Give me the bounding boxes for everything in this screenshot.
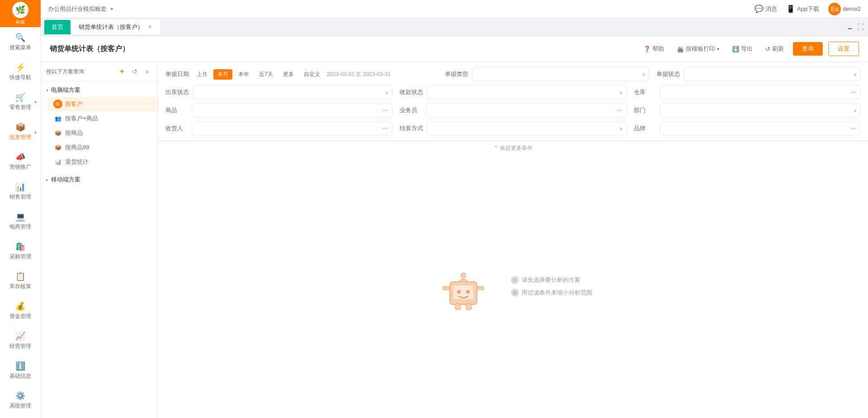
collapse-panel-btn[interactable]: « <box>142 66 152 76</box>
query-button[interactable]: 查询 <box>793 42 823 56</box>
sidebar-item-ecommerce[interactable]: 💻 电商管理 <box>0 206 40 236</box>
product-select[interactable]: ··· <box>192 104 392 117</box>
department-select[interactable]: ∨ <box>660 104 861 117</box>
warehouse-more-icon[interactable]: ··· <box>851 88 857 96</box>
tab-home[interactable]: 首页 <box>44 20 71 34</box>
message-label: 消息 <box>765 5 777 13</box>
sidebar-item-system[interactable]: ⚙️ 系统管理 <box>0 385 40 415</box>
sidebar-item-marketing[interactable]: 📣 营销推广 <box>0 147 40 176</box>
settings-button[interactable]: 设置 <box>828 42 859 56</box>
refresh-btn[interactable]: ↺ 刷新 <box>762 43 788 55</box>
order-status-select[interactable]: ∨ <box>684 67 861 81</box>
empty-state: ① 请先选择要分析的方案 ② 用过滤条件来缩小分析范围 <box>434 257 592 316</box>
receiver-label: 收货人 <box>165 124 188 133</box>
basic-info-icon: ℹ️ <box>15 361 25 371</box>
settlement-select[interactable]: ∨ <box>427 122 627 135</box>
tree-child-by-customer-product[interactable]: 👥 按客户+商品 <box>48 111 158 126</box>
tree-child-return-stats[interactable]: 📊 退货统计 <box>48 155 158 169</box>
sidebar-item-inventory[interactable]: 📋 库存核算 <box>0 266 40 296</box>
date-tab-last7days[interactable]: 近7天 <box>255 69 277 80</box>
retail-icon: 🛒 <box>15 92 25 102</box>
sidebar-item-purchase[interactable]: 🛍️ 采购管理 <box>0 236 40 266</box>
left-panel: 按以下方案查询 + ↺ « ▾ 电脑端方案 <box>41 62 158 418</box>
tab-sales-report[interactable]: 销货单统计表（按客户） ✕ <box>71 20 160 34</box>
product-more-icon[interactable]: ··· <box>382 106 388 114</box>
sidebar-item-sales[interactable]: 📊 销售管理 <box>0 176 40 206</box>
collapse-icon: ⌃ <box>494 145 498 151</box>
left-panel-header: 按以下方案查询 + ↺ « <box>41 62 158 81</box>
purchase-icon: 🛍️ <box>15 242 25 252</box>
print-dropdown-icon: ▾ <box>717 47 719 52</box>
tree-child-by-product99[interactable]: 📦 按商品99 <box>48 140 158 155</box>
order-type-select[interactable]: ∨ <box>472 67 649 81</box>
avatar: Ea <box>828 3 841 15</box>
child-by-product99-label: 按商品99 <box>65 143 89 152</box>
svg-rect-5 <box>477 286 484 290</box>
date-tab-last-month[interactable]: 上月 <box>193 69 212 80</box>
date-tab-this-year[interactable]: 本年 <box>234 69 253 80</box>
sidebar-item-quicknav[interactable]: ⚡ 快捷导航 <box>0 57 40 87</box>
filter-product: 商品 ··· <box>165 104 392 117</box>
tree-arrow-desktop: ▾ <box>46 88 48 93</box>
tab-minimize-icon[interactable]: 🗕 <box>846 23 854 31</box>
sidebar: 🌿 标服 🔍 搜索菜单 ⚡ 快捷导航 🛒 零售管理 ▾ 📦 批发管理 ▴ 📣 营… <box>0 0 41 418</box>
tree-node-desktop[interactable]: ▾ 电脑端方案 <box>41 83 158 97</box>
print-btn[interactable]: 🖨️ 按模板打印 ▾ <box>673 43 723 55</box>
filter-out-status: 出库状态 ∨ <box>165 86 392 99</box>
sales-icon: 📊 <box>15 182 25 192</box>
child-by-product-label: 按商品 <box>65 129 83 137</box>
receiver-more-icon[interactable]: ··· <box>382 124 388 133</box>
tab-maximize-icon[interactable]: ⛶ <box>857 23 864 31</box>
sidebar-item-search[interactable]: 🔍 搜索菜单 <box>0 27 40 57</box>
filter-row-3: 商品 ··· 业务员 ··· <box>165 104 861 117</box>
empty-hints: ① 请先选择要分析的方案 ② 用过滤条件来缩小分析范围 <box>511 276 592 297</box>
out-status-select[interactable]: ∨ <box>193 86 392 99</box>
export-btn[interactable]: ⬇️ 导出 <box>728 43 756 55</box>
sidebar-item-retail[interactable]: 🛒 零售管理 ▾ <box>0 87 40 117</box>
svg-point-2 <box>457 290 461 294</box>
date-tab-custom[interactable]: 自定义 <box>300 69 324 80</box>
salesperson-more-icon[interactable]: ··· <box>617 106 623 114</box>
page-title: 销货单统计表（按客户） <box>50 44 129 54</box>
logo[interactable]: 🌿 标服 <box>0 0 41 27</box>
tab-close-icon[interactable]: ✕ <box>146 24 153 31</box>
tree-child-by-customer[interactable]: 按 按客户 <box>48 97 158 111</box>
filter-brand: 品牌 ··· <box>634 122 861 135</box>
tree-node-mobile[interactable]: ▸ 移动端方案 <box>41 173 158 186</box>
sidebar-item-collab[interactable]: 🤝 企业协同 <box>0 415 40 418</box>
message-btn[interactable]: 💬 消息 <box>755 5 777 13</box>
receiver-select[interactable]: ··· <box>192 122 392 135</box>
date-tab-this-month[interactable]: 本月 <box>213 69 232 80</box>
user-area[interactable]: Ea demo2 <box>828 3 861 15</box>
filter-row-4: 收货人 ··· 结算方式 ∨ <box>165 122 861 135</box>
topbar-right: 💬 消息 📱 App下载 Ea demo2 <box>755 3 861 15</box>
add-scheme-btn[interactable]: + <box>117 66 127 76</box>
sidebar-item-operations[interactable]: 📈 经营管理 <box>0 326 40 356</box>
help-btn[interactable]: ❓ 帮助 <box>640 43 668 55</box>
salesperson-select[interactable]: ··· <box>426 104 627 117</box>
sidebar-item-finance[interactable]: 💰 资金管理 <box>0 296 40 326</box>
order-type-dropdown-icon: ∨ <box>642 72 645 77</box>
brand-select[interactable]: ··· <box>660 122 861 135</box>
industry-dropdown-icon[interactable]: ▾ <box>110 5 113 12</box>
collapse-bar[interactable]: ⌃ 收起更多条件 <box>158 141 868 155</box>
sidebar-item-basic-info[interactable]: ℹ️ 基础信息 <box>0 356 40 385</box>
receipt-status-select[interactable]: ∨ <box>427 86 627 99</box>
date-tab-more[interactable]: 更多 <box>279 69 298 80</box>
settlement-dropdown-icon: ∨ <box>619 126 623 131</box>
brand-more-icon[interactable]: ··· <box>851 124 857 133</box>
sidebar-item-wholesale[interactable]: 📦 批发管理 ▴ <box>0 117 40 147</box>
filter-warehouse: 仓库 ··· <box>634 86 861 99</box>
return-stats-scheme-icon: 📊 <box>53 157 62 166</box>
search-icon: 🔍 <box>15 33 25 43</box>
filter-salesperson: 业务员 ··· <box>400 104 627 117</box>
tree-child-by-product[interactable]: 📦 按商品 <box>48 126 158 140</box>
app-download-btn[interactable]: 📱 App下载 <box>786 5 819 13</box>
tree-node-mobile-label: 移动端方案 <box>51 176 80 184</box>
settlement-label: 结算方式 <box>400 124 423 133</box>
brand-label: 品牌 <box>634 124 656 133</box>
product-label: 商品 <box>165 106 188 114</box>
refresh-scheme-btn[interactable]: ↺ <box>130 66 140 76</box>
help-icon: ❓ <box>643 46 651 52</box>
warehouse-select[interactable]: ··· <box>660 86 861 99</box>
